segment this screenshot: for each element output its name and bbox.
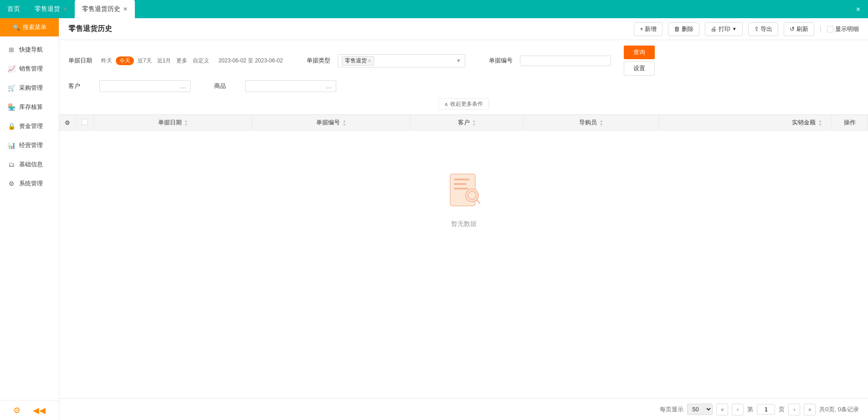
empty-icon — [441, 167, 487, 213]
query-setting-wrap: 查询 设置 — [624, 46, 655, 76]
collapse-row: ∧ 收起更多条件 — [68, 97, 859, 112]
gear-icon: ⚙ — [65, 119, 70, 126]
sort-customer: ▲▼ — [472, 119, 476, 127]
sidebar-item-purchase-mgmt[interactable]: 🛒 采购管理 — [0, 78, 59, 97]
sidebar-search[interactable]: 🔍 搜索菜单 — [0, 18, 59, 36]
customer-filter-label: 客户 — [68, 82, 94, 90]
date-more[interactable]: 更多 — [175, 56, 189, 65]
table-wrapper: ⚙ 单据日期 ▲▼ 单据编号 ▲▼ — [59, 115, 868, 398]
th-guide[interactable]: 导购员 ▲▼ — [523, 115, 659, 131]
date-filter-label: 单据日期 — [68, 56, 94, 65]
svg-line-6 — [477, 200, 480, 203]
th-actions: 操作 — [832, 115, 868, 131]
delete-button[interactable]: 🗑 删除 — [668, 22, 699, 36]
th-doc-date[interactable]: 单据日期 ▲▼ — [94, 115, 252, 131]
display-detail-toggle[interactable]: 显示明细 — [827, 25, 859, 33]
sidebar-item-label: 库存核算 — [19, 103, 43, 111]
search-icon: 🔍 — [13, 24, 20, 31]
tab-retail-return-close[interactable]: ✕ — [63, 6, 67, 12]
next-page-btn[interactable]: › — [788, 404, 800, 415]
date-last1m[interactable]: 近1月 — [155, 56, 173, 65]
page-total: 共0页, 0条记录 — [819, 405, 859, 414]
select-all-checkbox[interactable] — [82, 119, 88, 125]
finance-icon: 🔒 — [7, 122, 15, 130]
basic-info-icon: 🗂 — [7, 160, 15, 169]
footer-audio-icon[interactable]: ◀◀ — [33, 405, 46, 415]
sidebar-item-quick-nav[interactable]: ⊞ 快捷导航 — [0, 40, 59, 59]
page-input[interactable] — [757, 404, 775, 415]
sidebar-search-label: 搜索菜单 — [23, 23, 46, 31]
tab-retail-return-history-close[interactable]: ✕ — [123, 6, 128, 12]
top-tab-bar: 首页 零售退货 ✕ 零售退货历史 ✕ ✕ — [0, 0, 868, 18]
filter-row-2: 客户 ... 商品 ... — [68, 80, 859, 92]
header-actions: + 新增 🗑 删除 🖨 打印 ▼ ⇧ 导出 ↺ 刷新 | — [634, 22, 859, 36]
sidebar-item-label: 系统管理 — [19, 179, 43, 188]
page-unit: 页 — [779, 405, 785, 414]
footer-settings-icon[interactable]: ⚙ — [13, 405, 21, 415]
tab-home[interactable]: 首页 — [0, 0, 27, 18]
refresh-button[interactable]: ↺ 刷新 — [784, 22, 814, 36]
th-checkbox[interactable] — [76, 115, 94, 131]
query-button[interactable]: 查询 — [624, 46, 655, 59]
date-today[interactable]: 今天 — [116, 56, 134, 65]
sidebar-item-operations[interactable]: 📊 经营管理 — [0, 136, 59, 155]
prev-page-btn[interactable]: ‹ — [732, 404, 744, 415]
sidebar-item-finance[interactable]: 🔒 资金管理 — [0, 117, 59, 136]
prev-page-icon: ‹ — [737, 406, 739, 413]
export-button[interactable]: ⇧ 导出 — [748, 22, 779, 36]
setting-button[interactable]: 设置 — [624, 61, 655, 76]
doc-no-label: 单据编号 — [489, 56, 514, 65]
doc-type-label: 单据类型 — [307, 56, 332, 65]
goods-input[interactable] — [249, 83, 326, 90]
date-range-display: 2023-06-02 至 2023-06-02 — [218, 57, 282, 65]
doc-no-input[interactable] — [524, 57, 607, 64]
per-page-select[interactable]: 50 10 20 100 — [687, 404, 713, 415]
next-page-icon: › — [793, 406, 795, 413]
first-page-btn[interactable]: « — [716, 404, 728, 415]
th-gear[interactable]: ⚙ — [59, 115, 76, 131]
data-table: ⚙ 单据日期 ▲▼ 单据编号 ▲▼ — [59, 115, 868, 131]
th-doc-no[interactable]: 单据编号 ▲▼ — [252, 115, 411, 131]
doc-type-tag: 零售退货 × — [342, 56, 374, 66]
last-page-icon: » — [808, 406, 812, 413]
header-separator: | — [820, 25, 822, 33]
date-shortcuts: 昨天 今天 近7天 近1月 更多 自定义 — [99, 56, 211, 65]
tab-retail-return[interactable]: 零售退货 ✕ — [27, 0, 75, 18]
page-title: 零售退货历史 — [68, 24, 634, 34]
sort-guide: ▲▼ — [600, 119, 603, 127]
sidebar-item-basic-info[interactable]: 🗂 基础信息 — [0, 155, 59, 174]
date-last7[interactable]: 近7天 — [136, 56, 154, 65]
top-bar-close[interactable]: ✕ — [856, 6, 868, 13]
tab-retail-return-history[interactable]: 零售退货历史 ✕ — [75, 0, 135, 18]
sidebar-item-system-mgmt[interactable]: ⚙ 系统管理 — [0, 174, 59, 193]
inventory-icon: 🏪 — [7, 103, 15, 111]
print-button[interactable]: 🖨 打印 ▼ — [705, 22, 743, 36]
doc-type-tag-close[interactable]: × — [368, 58, 371, 63]
goods-ellipsis-icon[interactable]: ... — [326, 82, 332, 90]
sidebar-item-inventory[interactable]: 🏪 库存核算 — [0, 97, 59, 117]
table-header-row: ⚙ 单据日期 ▲▼ 单据编号 ▲▼ — [59, 115, 868, 131]
sidebar-item-label: 资金管理 — [19, 122, 43, 130]
collapse-button[interactable]: ∧ 收起更多条件 — [438, 98, 489, 110]
sidebar-item-sales-mgmt[interactable]: 📈 销售管理 — [0, 59, 59, 78]
main-layout: 🔍 搜索菜单 ⊞ 快捷导航 📈 销售管理 🛒 采购管理 🏪 库存核算 🔒 — [0, 18, 868, 420]
sort-amount: ▲▼ — [818, 119, 822, 127]
th-amount[interactable]: 实销金额 ▲▼ — [659, 115, 831, 131]
pagination-bar: 每页显示 50 10 20 100 « ‹ 第 页 › » 共0页, 0条记录 — [59, 398, 868, 420]
filter-area: 单据日期 昨天 今天 近7天 近1月 更多 自定义 2023-06-02 至 2… — [59, 40, 868, 115]
customer-input[interactable] — [103, 83, 180, 90]
sort-doc-no: ▲▼ — [343, 119, 346, 127]
doc-type-select[interactable]: 零售退货 × ▼ — [338, 54, 465, 67]
customer-ellipsis-icon[interactable]: ... — [180, 82, 186, 90]
sort-doc-date: ▲▼ — [184, 119, 188, 127]
sidebar-nav: ⊞ 快捷导航 📈 销售管理 🛒 采购管理 🏪 库存核算 🔒 资金管理 📊 — [0, 36, 59, 400]
first-page-icon: « — [721, 406, 724, 413]
last-page-btn[interactable]: » — [804, 404, 816, 415]
new-button[interactable]: + 新增 — [634, 22, 663, 36]
th-customer[interactable]: 客户 ▲▼ — [411, 115, 524, 131]
date-yesterday[interactable]: 昨天 — [99, 56, 114, 65]
empty-text: 暂无数据 — [451, 220, 477, 228]
filter-row-1: 单据日期 昨天 今天 近7天 近1月 更多 自定义 2023-06-02 至 2… — [68, 46, 859, 76]
display-detail-checkbox[interactable] — [827, 26, 833, 32]
date-custom[interactable]: 自定义 — [191, 56, 211, 65]
